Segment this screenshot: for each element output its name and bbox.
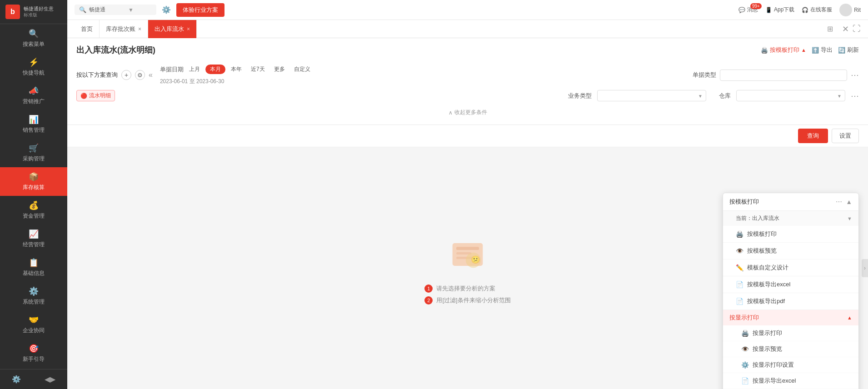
date-btn-7days[interactable]: 近7天 [247,65,269,74]
print-template-btn[interactable]: 🖨️ 按模板打印 ▲ [761,46,806,54]
message-icon: 💬 [738,7,745,13]
dropdown-item-print-template[interactable]: 🖨️ 按模板打印 [723,226,858,243]
dropdown-item-export-pdf-template[interactable]: 📄 按模板导出pdf [723,293,858,310]
quicknav-icon: ⚡ [29,57,39,67]
sidebar-item-operation[interactable]: 📈 经营管理 [0,224,67,253]
sidebar-item-marketing[interactable]: 📣 营销推广 [0,81,67,110]
refresh-icon: 🔄 [838,47,845,54]
search-icon: 🔍 [79,6,86,13]
tab-expand-icon[interactable]: ⊞ [827,25,833,33]
topbar-gear-icon[interactable]: ⚙️ [162,5,171,14]
filter-settings-btn[interactable]: ⚙ [135,70,145,80]
dropdown-more-icon[interactable]: ⋯ [836,198,842,205]
sidebar-item-search[interactable]: 🔍 搜索菜单 [0,24,67,53]
sidebar-item-basic[interactable]: 📋 基础信息 [0,253,67,282]
page-header: 出入库流水(流水明细) 🖨️ 按模板打印 ▲ ⬆️ 导出 🔄 刷新 [67,38,868,59]
preview-template-icon: 👁️ [736,247,743,254]
display-section-chevron: ▲ [847,315,852,320]
warehouse-more-icon[interactable]: ⋯ [851,91,859,101]
tab-home[interactable]: 首页 [75,20,100,38]
filter-collapse-btn[interactable]: « [149,71,153,79]
sidebar-nav: 🔍 搜索菜单 ⚡ 快捷导航 📣 营销推广 📊 销售管理 🛒 采购管理 📦 库存核… [0,24,67,369]
settings-button[interactable]: 设置 [832,129,859,143]
voucher-type-select[interactable] [720,70,847,81]
tab-batch-close[interactable]: × [138,26,141,32]
refresh-btn[interactable]: 🔄 刷新 [838,46,859,54]
sidebar-item-collab[interactable]: 🤝 企业协同 [0,310,67,339]
export-icon: ⬆️ [812,47,819,54]
voucher-more-icon[interactable]: ⋯ [851,70,859,80]
topbar-search[interactable]: 🔍 ▼ [75,5,156,15]
dropdown-sub-item-print-display[interactable]: 🖨️ 按显示打印 [723,325,858,341]
filter-tag-label: 流水明细 [89,92,111,100]
query-button[interactable]: 查询 [798,129,828,143]
collapse-row[interactable]: ∧ 收起更多条件 [76,106,859,119]
sidebar-item-guide[interactable]: 🎯 新手引导 [0,339,67,368]
tab-flow-close[interactable]: × [187,26,190,32]
date-btn-custom[interactable]: 自定义 [290,65,314,74]
print-dropdown-panel: 按模板打印 ⋯ ▲ 当前：出入库流水 ▼ 🖨️ 按模板打印 👁️ 按模板预览 ✏… [723,193,859,389]
sidebar-item-label: 采购管理 [23,155,45,163]
dropdown-item-export-excel-template[interactable]: 📄 按模板导出excel [723,276,858,293]
step-1-text: 请先选择要分析的方案 [436,284,495,293]
date-btn-thisyear[interactable]: 本年 [227,65,245,74]
warehouse-wrap [736,90,845,101]
user-avatar[interactable]: Rit [839,4,861,16]
export-btn[interactable]: ⬆️ 导出 [812,46,833,54]
dropdown-item-label: 按模板预览 [747,247,777,255]
filter-row-2: 🔴 流水明细 业务类型 仓库 ⋯ [76,90,859,101]
page-title: 出入库流水(流水明细) [76,45,155,55]
sidebar-item-purchase[interactable]: 🛒 采购管理 [0,139,67,167]
svg-rect-1 [456,247,479,250]
dropdown-item-custom-template[interactable]: ✏️ 模板自定义设计 [723,259,858,276]
sidebar-item-label: 企业协同 [23,327,45,334]
trial-btn[interactable]: 体验行业方案 [176,3,224,17]
basic-icon: 📋 [29,258,39,268]
panel-close-btn[interactable]: ✕ [842,24,849,34]
dropdown-sub-item-preview-display[interactable]: 👁️ 按显示预览 [723,341,858,357]
date-btn-thismonth[interactable]: 本月 [205,65,225,74]
step-2-text: 用[过滤]条件来缩小分析范围 [436,296,510,304]
tab-batch[interactable]: 库存批次账 × [100,20,148,38]
dropdown-sub-item-export-excel-display[interactable]: 📄 按显示导出excel [723,373,858,389]
online-service-btn[interactable]: 🎧 在线客服 [802,6,832,14]
dropdown-sub-item-label: 按显示打印设置 [753,361,794,369]
search-dropdown-icon[interactable]: ▼ [128,7,134,13]
filter-tag-icon: 🔴 [80,93,87,99]
message-btn[interactable]: 💬 消息 99+ [738,6,758,14]
filter-add-btn[interactable]: + [121,70,131,80]
export-pdf-template-icon: 📄 [736,298,743,305]
sidebar-item-system[interactable]: ⚙️ 系统管理 [0,282,67,310]
sidebar-item-apps[interactable]: 🔲 应用中心 [0,368,67,369]
dropdown-item-label: 按模板导出pdf [747,297,785,305]
date-btn-lastmonth[interactable]: 上月 [185,65,204,74]
voucher-type-label: 单据类型 [693,71,716,79]
date-filter-label-row: 单据日期 上月 本月 本年 近7天 更多 自定义 [160,65,314,74]
dropdown-item-preview-template[interactable]: 👁️ 按模板预览 [723,243,858,259]
sidebar-item-sales[interactable]: 📊 销售管理 [0,110,67,139]
operation-icon: 📈 [29,229,39,239]
panel-fullscreen-btn[interactable]: ⛶ [853,24,861,34]
dropdown-sub-item-label: 按显示预览 [753,345,782,353]
tab-flow[interactable]: 出入库流水 × [148,20,197,38]
dropdown-sub-item-label: 按显示打印 [753,329,782,337]
right-expand-btn[interactable]: › [862,259,868,277]
sidebar-collapse-btn[interactable]: ◀▶ [45,375,55,384]
display-section-header[interactable]: 按显示打印 ▲ [723,310,858,325]
sidebar-settings-btn[interactable]: ⚙️ [12,375,21,384]
sidebar-item-quicknav[interactable]: ⚡ 快捷导航 [0,53,67,81]
export-excel-template-icon: 📄 [736,281,743,288]
sidebar-item-finance[interactable]: 💰 资金管理 [0,196,67,224]
warehouse-select[interactable] [736,90,845,101]
dropdown-sub-item-settings-display[interactable]: ⚙️ 按显示打印设置 [723,357,858,373]
sidebar-item-inventory[interactable]: 📦 库存核算 [0,167,67,196]
dropdown-chevron-up-icon[interactable]: ▲ [846,198,852,205]
business-type-select[interactable] [597,90,706,101]
sidebar-item-label: 基础信息 [23,269,45,277]
svg-text:😕: 😕 [471,255,480,264]
date-btn-more[interactable]: 更多 [270,65,289,74]
chevron-up-icon: ∧ [449,110,453,116]
collapse-label: 收起更多条件 [454,109,487,116]
search-input[interactable] [89,7,125,13]
app-download-btn[interactable]: 📱 App下载 [765,6,794,14]
